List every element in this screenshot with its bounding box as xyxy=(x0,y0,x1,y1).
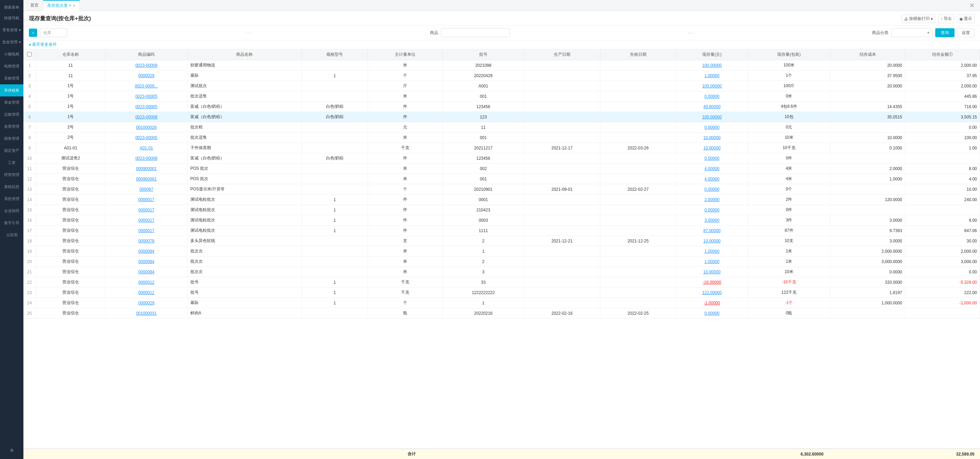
cell-unit: 件 xyxy=(368,226,443,236)
display-button[interactable]: ◉ 显示 xyxy=(957,14,975,23)
cell-code: 0000017 xyxy=(105,205,187,215)
cell-name: 测试电粒批次 xyxy=(187,215,302,226)
cell-qty-main: 10.00000 xyxy=(676,143,748,153)
cell-amount: 37.95 xyxy=(905,70,980,81)
filter-bar: › 仓库 ··· 商品 ··· 商品分类 ▾ 查询 设置 xyxy=(24,26,980,40)
cell-exp-date xyxy=(600,102,676,112)
cell-spec: 1 xyxy=(302,287,368,298)
sidebar-item-salary[interactable]: 工资 xyxy=(0,157,24,169)
tab-home[interactable]: 首页 xyxy=(26,0,43,11)
cell-prod-date xyxy=(524,153,600,164)
sidebar-item-ec[interactable]: 电商管理 xyxy=(0,60,24,72)
cell-cost: 20.0000 xyxy=(830,60,905,70)
cell-spec: 1 xyxy=(302,70,368,81)
cell-unit: 米 xyxy=(368,132,443,143)
cell-unit: 米 xyxy=(368,91,443,102)
sidebar-item-collab[interactable]: 企业协同 xyxy=(0,205,24,217)
cell-code: 0000012 xyxy=(105,277,187,287)
cell-spec: 1 xyxy=(302,298,368,308)
cell-warehouse: 营业综仓 xyxy=(36,287,105,298)
footer-qty: 6,302.60000 xyxy=(784,452,840,457)
sidebar-item-quicknav[interactable]: 快捷导航 xyxy=(0,12,24,24)
cell-cost: 3.0000 xyxy=(830,215,905,226)
cell-exp-date: 2022-02-27 xyxy=(600,184,676,194)
cell-warehouse: 营业综仓 xyxy=(36,267,105,277)
sidebar-item-smallec[interactable]: 小额电商 xyxy=(0,48,24,60)
cell-unit: 件 xyxy=(368,153,443,164)
cell-qty-main: 0.00000 xyxy=(676,91,748,102)
sidebar-item-asset[interactable]: 资金管理 xyxy=(0,96,24,108)
cell-warehouse: 11 xyxy=(36,70,105,81)
expand-filter-button[interactable]: › xyxy=(29,29,37,37)
sidebar-item-tax[interactable]: 税务管理 xyxy=(0,132,24,145)
cell-unit: 米 xyxy=(368,174,443,184)
sidebar-item-inventory[interactable]: 库存核算 xyxy=(0,84,24,96)
cell-exp-date xyxy=(600,122,676,132)
tab-inventory-batch[interactable]: 库存批次查 × ✕ xyxy=(43,0,80,11)
product-input[interactable] xyxy=(441,28,510,37)
cell-name: 测试电粒批次 xyxy=(187,226,302,236)
cell-batch: 2 xyxy=(443,236,524,246)
set-button[interactable]: 设置 xyxy=(957,28,975,37)
sidebar-item-purchase[interactable]: 采购管理 xyxy=(0,72,24,84)
sidebar-item-mgmt[interactable]: 经营管理 xyxy=(0,169,24,181)
display-icon: ◉ xyxy=(959,16,963,21)
cell-qty-main: 0.00000 xyxy=(676,205,748,215)
sidebar-item-guide[interactable]: 新手引导 xyxy=(0,217,24,229)
cell-serial: 24 xyxy=(24,298,36,308)
cell-unit: 元 xyxy=(368,122,443,132)
search-button[interactable]: 查询 xyxy=(935,28,955,37)
cell-spec xyxy=(302,236,368,246)
sidebar-item-retail[interactable]: 零售管理 ▾ xyxy=(0,24,24,36)
expand-conditions-bar: ▾ 展开更多条件 xyxy=(24,40,980,49)
sidebar-item-wholesale[interactable]: 批发管理 ▾ xyxy=(0,36,24,48)
cell-batch: 123 xyxy=(443,112,524,122)
cell-batch: 123456 xyxy=(443,153,524,164)
sidebar-item-cloud[interactable]: 云应用 xyxy=(0,229,24,241)
cell-exp-date xyxy=(600,287,676,298)
cell-spec xyxy=(302,267,368,277)
cell-qty-main: 0.00000 xyxy=(676,184,748,194)
expand-conditions-button[interactable]: ▾ 展开更多条件 xyxy=(29,41,975,48)
cell-unit: 米 xyxy=(368,164,443,174)
category-select[interactable]: ▾ xyxy=(891,28,932,37)
table-row: 9 A01-01 A01-01 子件保质期 千克 20211217 2021-1… xyxy=(24,143,980,153)
sidebar-item-ledger[interactable]: 总账管理 xyxy=(0,108,24,121)
cell-qty-pack: 10包 xyxy=(748,112,830,122)
cell-batch: 20220216 xyxy=(443,308,524,319)
cell-amount: 2,000.00 xyxy=(905,81,980,91)
cell-prod-date xyxy=(524,174,600,184)
cell-exp-date xyxy=(600,298,676,308)
sidebar-item-invoice[interactable]: 发票管理 xyxy=(0,121,24,132)
select-all-checkbox[interactable] xyxy=(27,52,32,56)
tab-close-icon[interactable]: ✕ xyxy=(73,4,75,8)
export-button[interactable]: ↑ 导出 xyxy=(938,14,954,23)
sidebar-bottom: ⚙ xyxy=(7,442,16,459)
cell-exp-date xyxy=(600,153,676,164)
cell-cost xyxy=(830,91,905,102)
table-row: 23 营业综仓 0000012 批号 1 千克 1222222222 122.0… xyxy=(24,287,980,298)
cell-spec xyxy=(302,91,368,102)
cell-prod-date xyxy=(524,215,600,226)
cell-qty-main: 100.00000 xyxy=(676,81,748,91)
col-qty-pack: 现存量(包装) xyxy=(748,49,830,60)
tab-bar-close[interactable]: ✕ xyxy=(967,2,977,9)
sidebar-search[interactable]: 搜索菜单 xyxy=(0,3,24,12)
cell-code: 0023-00008 xyxy=(105,112,187,122)
cell-batch: 2021098 xyxy=(443,60,524,70)
cell-qty-pack: 4米 xyxy=(748,174,830,184)
warehouse-input[interactable]: 仓库 xyxy=(40,28,67,37)
sidebar-item-system[interactable]: 系统管理 xyxy=(0,193,24,205)
cell-exp-date xyxy=(600,132,676,143)
cell-qty-main: 10.00000 xyxy=(676,132,748,143)
chevron-down-icon: ▾ xyxy=(928,30,929,35)
sidebar-item-fixed[interactable]: 固定资产 xyxy=(0,145,24,157)
sidebar-item-basic[interactable]: 基础信息 xyxy=(0,181,24,193)
cell-code: 0023-00005 xyxy=(105,91,187,102)
print-button[interactable]: 🖨 按模板打印 ▾ xyxy=(902,14,935,23)
cell-exp-date xyxy=(600,81,676,91)
settings-icon[interactable]: ⚙ xyxy=(7,445,16,456)
table-body: 1 11 0023-00009 软硬通用物连 米 2021098 100.000… xyxy=(24,60,980,319)
cell-prod-date xyxy=(524,60,600,70)
cell-prod-date xyxy=(524,164,600,174)
